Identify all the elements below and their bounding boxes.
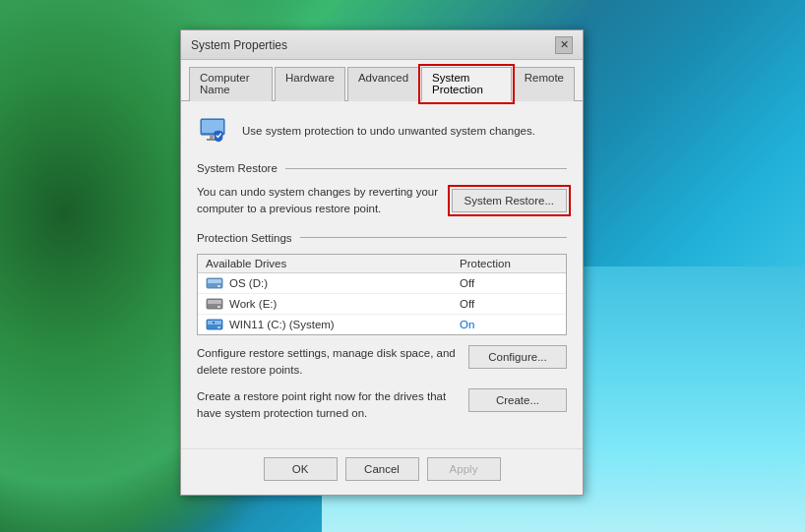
drive-name: OS (D:) [229, 277, 268, 289]
protection-status: On [460, 319, 538, 330]
tab-computer-name[interactable]: Computer Name [189, 67, 273, 101]
system-properties-dialog: System Properties ✕ Computer Name Hardwa… [180, 30, 584, 496]
table-row[interactable]: OS (D:) Off [198, 273, 566, 294]
col-available-drives: Available Drives [206, 258, 460, 269]
table-row[interactable]: WIN11 (C:) (System) On [198, 315, 566, 334]
tab-advanced[interactable]: Advanced [347, 67, 419, 101]
drive-cell: Work (E:) [206, 297, 460, 311]
table-body[interactable]: OS (D:) Off Work (E:) [198, 273, 566, 334]
system-restore-button-wrapper: System Restore... [452, 189, 567, 212]
restore-row: You can undo system changes by reverting… [197, 184, 567, 218]
system-restore-button[interactable]: System Restore... [452, 189, 567, 212]
configure-row: Configure restore settings, manage disk … [197, 345, 567, 380]
ok-button[interactable]: OK [264, 457, 338, 481]
tab-hardware[interactable]: Hardware [275, 67, 345, 101]
svg-rect-1 [202, 120, 223, 133]
drive-icon [206, 276, 223, 290]
create-button[interactable]: Create... [468, 388, 567, 412]
drive-cell: WIN11 (C:) (System) [206, 318, 460, 331]
protection-status: Off [460, 277, 538, 289]
drive-name: Work (E:) [229, 298, 277, 310]
protection-settings-label: Protection Settings [197, 232, 292, 244]
create-row: Create a restore point right now for the… [197, 388, 567, 423]
close-button[interactable]: ✕ [555, 36, 573, 54]
cancel-button[interactable]: Cancel [345, 457, 419, 481]
section-divider [285, 168, 567, 169]
restore-description: You can undo system changes by reverting… [197, 184, 442, 218]
svg-rect-5 [208, 279, 221, 283]
drive-icon [206, 297, 223, 311]
svg-rect-2 [210, 135, 214, 139]
section-divider-2 [300, 237, 567, 238]
drive-name: WIN11 (C:) (System) [229, 319, 335, 330]
svg-rect-12 [217, 326, 220, 328]
dialog-title: System Properties [191, 38, 287, 52]
svg-rect-6 [217, 285, 220, 287]
system-restore-label: System Restore [197, 162, 278, 174]
dialog-content: Use system protection to undo unwanted s… [181, 101, 583, 448]
svg-rect-9 [217, 306, 220, 308]
drive-icon [206, 318, 223, 331]
table-header: Available Drives Protection [198, 255, 566, 273]
header-section: Use system protection to undo unwanted s… [197, 113, 567, 148]
dialog-footer: OK Cancel Apply [181, 448, 583, 495]
tab-bar: Computer Name Hardware Advanced System P… [181, 60, 583, 101]
protection-settings-legend: Protection Settings [197, 232, 567, 244]
title-bar: System Properties ✕ [181, 30, 583, 60]
drive-cell: OS (D:) [206, 276, 460, 290]
tab-remote[interactable]: Remote [514, 67, 575, 101]
configure-text: Configure restore settings, manage disk … [197, 345, 459, 380]
svg-rect-13 [213, 322, 215, 324]
system-protection-icon [197, 113, 232, 148]
tab-system-protection[interactable]: System Protection [421, 67, 512, 101]
system-restore-section: System Restore You can undo system chang… [197, 162, 567, 218]
header-description: Use system protection to undo unwanted s… [242, 123, 535, 139]
apply-button[interactable]: Apply [427, 457, 501, 481]
protection-table: Available Drives Protection OS [197, 254, 567, 335]
protection-settings-section: Protection Settings Available Drives Pro… [197, 232, 567, 423]
col-protection: Protection [460, 258, 538, 269]
protection-status: Off [460, 298, 538, 310]
table-row[interactable]: Work (E:) Off [198, 294, 566, 315]
system-restore-legend: System Restore [197, 162, 567, 174]
create-text: Create a restore point right now for the… [197, 388, 459, 423]
svg-rect-8 [208, 300, 221, 304]
configure-button[interactable]: Configure... [468, 345, 567, 369]
